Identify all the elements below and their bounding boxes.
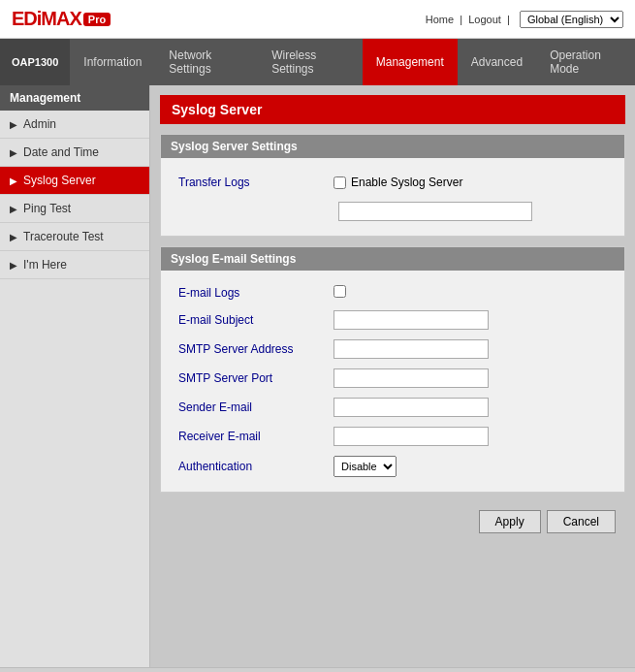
smtp-port-row: SMTP Server Port: [171, 364, 615, 393]
footer: Copyright 2017 © EDIMAX Technology Co., …: [0, 667, 635, 672]
receiver-email-row: Receiver E-mail: [171, 422, 615, 451]
language-select[interactable]: Global (English): [520, 11, 623, 28]
syslog-section-title: Syslog Server Settings: [161, 135, 624, 158]
email-subject-control: [333, 310, 607, 330]
sender-email-row: Sender E-mail: [171, 393, 615, 422]
smtp-address-control: [333, 339, 607, 359]
nav-advanced[interactable]: Advanced: [458, 39, 536, 85]
sidebar-item-ping-test[interactable]: ▶ Ping Test: [0, 195, 149, 223]
email-section-body: E-mail Logs E-mail Subject SMTP Server A…: [161, 271, 624, 492]
logout-link[interactable]: Logout: [468, 14, 501, 25]
receiver-email-label: Receiver E-mail: [178, 430, 333, 443]
transfer-logs-input[interactable]: [338, 202, 532, 221]
arrow-icon: ▶: [10, 176, 17, 186]
arrow-icon: ▶: [10, 119, 17, 130]
email-logs-checkbox[interactable]: [333, 285, 346, 298]
logo-red-text: MAX: [41, 8, 80, 29]
sidebar-item-date-time[interactable]: ▶ Date and Time: [0, 139, 149, 167]
smtp-port-control: [333, 368, 607, 388]
authentication-control: Disable Enable: [333, 456, 607, 477]
enable-syslog-label: Enable Syslog Server: [351, 176, 462, 189]
header: EDiMAX Pro Home | Logout | Global (Engli…: [0, 0, 635, 39]
syslog-section-body: Transfer Logs Enable Syslog Server: [161, 158, 624, 236]
main-nav: OAP1300 Information Network Settings Wir…: [0, 39, 635, 85]
sidebar-item-syslog-label: Syslog Server: [23, 174, 96, 187]
nav-wireless-settings[interactable]: Wireless Settings: [258, 39, 363, 85]
sender-email-control: [333, 398, 607, 417]
logo-edimax-text: EDi: [12, 8, 41, 29]
enable-syslog-row: Transfer Logs Enable Syslog Server: [171, 168, 615, 197]
sidebar-title: Management: [0, 85, 149, 111]
sidebar-item-admin-label: Admin: [23, 117, 56, 131]
receiver-email-control: [333, 427, 607, 446]
email-logs-row: E-mail Logs: [171, 280, 615, 305]
smtp-address-label: SMTP Server Address: [178, 342, 333, 356]
email-subject-input[interactable]: [333, 310, 489, 330]
email-logs-label: E-mail Logs: [178, 286, 333, 300]
cancel-button[interactable]: Cancel: [547, 510, 616, 533]
authentication-select[interactable]: Disable Enable: [333, 456, 397, 477]
content-area: Syslog Server Syslog Server Settings Tra…: [150, 85, 635, 667]
action-buttons: Apply Cancel: [160, 502, 625, 541]
main-content: Management ▶ Admin ▶ Date and Time ▶ Sys…: [0, 85, 635, 667]
logo: EDiMAX Pro: [12, 8, 111, 30]
arrow-icon: ▶: [10, 204, 17, 214]
device-label: OAP1300: [0, 39, 70, 85]
apply-button[interactable]: Apply: [479, 510, 541, 533]
email-section-title: Syslog E-mail Settings: [161, 247, 624, 271]
sidebar: Management ▶ Admin ▶ Date and Time ▶ Sys…: [0, 85, 150, 667]
authentication-label: Authentication: [178, 460, 333, 473]
syslog-email-settings-section: Syslog E-mail Settings E-mail Logs E-mai…: [160, 246, 625, 493]
smtp-address-row: SMTP Server Address: [171, 335, 615, 364]
header-links: Home | Logout | Global (English): [426, 11, 623, 28]
enable-syslog-checkbox[interactable]: [333, 176, 346, 189]
sender-email-label: Sender E-mail: [178, 400, 333, 414]
email-subject-row: E-mail Subject: [171, 305, 615, 335]
nav-management[interactable]: Management: [363, 39, 458, 85]
sidebar-item-syslog-server[interactable]: ▶ Syslog Server: [0, 167, 149, 195]
sidebar-item-ping-label: Ping Test: [23, 202, 71, 215]
email-subject-label: E-mail Subject: [178, 313, 333, 327]
logo-text: EDiMAX: [12, 8, 81, 30]
authentication-row: Authentication Disable Enable: [171, 451, 615, 482]
sidebar-item-traceroute-test[interactable]: ▶ Traceroute Test: [0, 223, 149, 251]
arrow-icon: ▶: [10, 260, 17, 271]
arrow-icon: ▶: [10, 232, 17, 242]
arrow-icon: ▶: [10, 147, 17, 158]
home-link[interactable]: Home: [426, 14, 454, 25]
nav-information[interactable]: Information: [70, 39, 155, 85]
sidebar-item-im-here-label: I'm Here: [23, 258, 67, 272]
email-logs-control: [333, 285, 607, 301]
transfer-logs-input-row: [171, 197, 615, 226]
syslog-server-settings-section: Syslog Server Settings Transfer Logs Ena…: [160, 134, 625, 237]
logo-pro-badge: Pro: [83, 13, 111, 26]
sidebar-item-im-here[interactable]: ▶ I'm Here: [0, 251, 149, 279]
sidebar-item-traceroute-label: Traceroute Test: [23, 230, 104, 243]
nav-network-settings[interactable]: Network Settings: [155, 39, 258, 85]
page-title: Syslog Server: [160, 95, 625, 124]
transfer-logs-label: Transfer Logs: [178, 176, 333, 189]
sidebar-item-admin[interactable]: ▶ Admin: [0, 111, 149, 139]
smtp-address-input[interactable]: [333, 339, 489, 359]
sender-email-input[interactable]: [333, 398, 489, 417]
nav-operation-mode[interactable]: Operation Mode: [536, 39, 635, 85]
sidebar-item-date-time-label: Date and Time: [23, 145, 99, 159]
smtp-port-label: SMTP Server Port: [178, 371, 333, 385]
receiver-email-input[interactable]: [333, 427, 489, 446]
smtp-port-input[interactable]: [333, 368, 489, 388]
